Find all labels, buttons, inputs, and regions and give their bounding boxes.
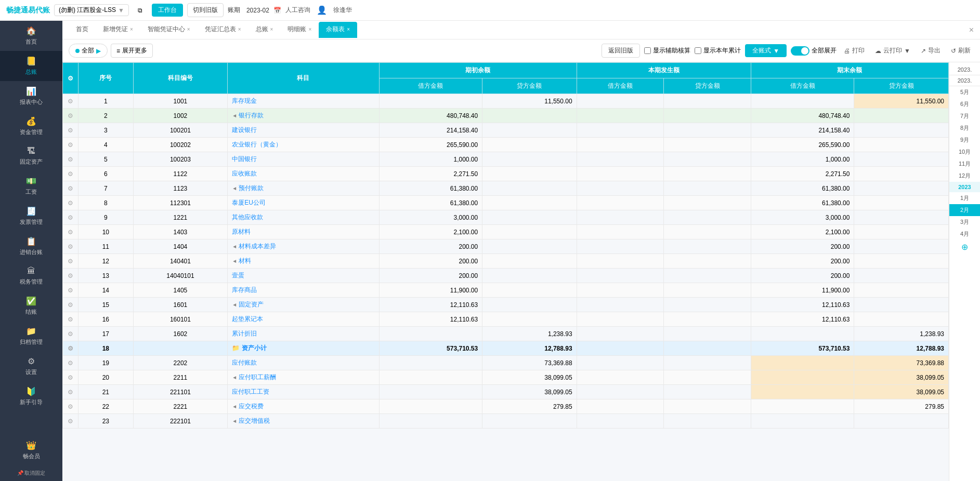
tab-general-ledger-close[interactable]: × <box>270 26 273 32</box>
export-button[interactable]: ↗ 导出 <box>918 44 944 57</box>
copy-icon[interactable]: ⧉ <box>133 3 148 18</box>
account-name-link[interactable]: 原材料 <box>232 228 251 235</box>
account-name-link[interactable]: 起垫累记本 <box>232 315 263 323</box>
cell-settings[interactable]: ⚙ <box>63 312 79 327</box>
all-filter-button[interactable]: 全部 ▶ <box>69 44 108 58</box>
account-name-link[interactable]: 应交增值税 <box>239 417 270 424</box>
cell-name[interactable]: 农业银行（黄金） <box>228 138 379 152</box>
consult-link[interactable]: 人工咨询 <box>285 6 310 15</box>
cell-name[interactable]: ◄ 应交税费 <box>228 399 379 414</box>
side-month-3[interactable]: 3月 <box>949 216 980 228</box>
cloud-print-button[interactable]: ☁ 云打印 ▼ <box>872 44 913 57</box>
tab-home[interactable]: 首页 <box>69 22 96 38</box>
cell-name[interactable]: 壹蛋 <box>228 269 379 283</box>
cell-name[interactable]: ◄ 银行存款 <box>228 109 379 123</box>
sidebar-item-salary[interactable]: 💵 工资 <box>0 171 62 201</box>
cell-settings[interactable]: ⚙ <box>63 283 79 298</box>
side-month-2[interactable]: 2月 <box>949 204 980 216</box>
side-month-9[interactable]: 9月 <box>949 134 980 146</box>
cell-settings[interactable]: ⚙ <box>63 269 79 283</box>
side-month-7[interactable]: 7月 <box>949 110 980 122</box>
account-name-link[interactable]: 库存商品 <box>232 286 257 293</box>
account-name-link[interactable]: 中国银行 <box>232 155 257 163</box>
account-name-link[interactable]: 银行存款 <box>239 112 264 119</box>
cell-settings[interactable]: ⚙ <box>63 370 79 385</box>
cell-name[interactable]: ◄ 应付职工薪酬 <box>228 370 379 385</box>
side-expand-icon[interactable]: ⊕ <box>949 240 980 254</box>
tab-detail-ledger-close[interactable]: × <box>308 26 311 32</box>
side-month-6[interactable]: 6月 <box>949 98 980 110</box>
cell-settings[interactable]: ⚙ <box>63 138 79 152</box>
calendar-icon[interactable]: 📅 <box>273 7 281 14</box>
cell-settings[interactable]: ⚙ <box>63 254 79 269</box>
sidebar-item-member[interactable]: 👑 畅会员 <box>0 435 62 465</box>
cell-name[interactable]: 起垫累记本 <box>228 312 379 327</box>
tab-new-voucher[interactable]: 新增凭证 × <box>96 22 140 38</box>
print-button[interactable]: 🖨 打印 <box>841 44 868 57</box>
cell-settings[interactable]: ⚙ <box>63 298 79 312</box>
tab-voucher-summary[interactable]: 凭证汇总表 × <box>198 22 249 38</box>
tab-general-ledger[interactable]: 总账 × <box>249 22 281 38</box>
cell-name[interactable]: 其他应收款 <box>228 210 379 225</box>
side-month-8[interactable]: 8月 <box>949 122 980 134</box>
cell-settings[interactable]: ⚙ <box>63 327 79 341</box>
tab-balance-sheet-close[interactable]: × <box>347 26 350 32</box>
aux-accounting-checkbox[interactable] <box>644 47 651 54</box>
cell-name[interactable]: ◄ 预付账款 <box>228 181 379 196</box>
cell-settings[interactable]: ⚙ <box>63 123 79 138</box>
pin-button[interactable]: 📌 取消固定 <box>0 465 62 481</box>
expand-button[interactable]: ≡ 展开更多 <box>111 44 153 58</box>
cell-name[interactable]: 应收账款 <box>228 167 379 181</box>
side-month-1[interactable]: 1月 <box>949 192 980 204</box>
account-name-link[interactable]: 应付账款 <box>232 359 257 366</box>
cell-settings[interactable]: ⚙ <box>63 225 79 239</box>
cell-settings[interactable]: ⚙ <box>63 399 79 414</box>
account-name-link[interactable]: 壹蛋 <box>232 272 244 279</box>
tab-smart-voucher[interactable]: 智能凭证中心 × <box>140 22 198 38</box>
account-name-link[interactable]: 预付账款 <box>239 184 264 192</box>
cell-name[interactable]: 应付账款 <box>228 356 379 370</box>
checkbox-aux-accounting[interactable]: 显示辅助核算 <box>644 46 690 55</box>
tab-voucher-summary-close[interactable]: × <box>238 26 241 32</box>
cell-settings[interactable]: ⚙ <box>63 109 79 123</box>
cell-name[interactable]: ◄ 应交增值税 <box>228 414 379 429</box>
toggle-switch[interactable] <box>791 46 809 56</box>
return-old-button[interactable]: 返回旧版 <box>602 44 640 58</box>
account-name-link[interactable]: 应交税费 <box>239 403 264 410</box>
cell-name[interactable]: 库存商品 <box>228 283 379 298</box>
sidebar-item-ledger[interactable]: 📒 总账 <box>0 51 62 81</box>
account-name-link[interactable]: 应付职工工资 <box>232 388 269 395</box>
tab-detail-ledger[interactable]: 明细账 × <box>280 22 319 38</box>
company-select[interactable]: (勿删) 江西股金-LSS ▼ <box>54 4 129 16</box>
account-name-link[interactable]: 累计折旧 <box>232 330 257 337</box>
cell-settings[interactable]: ⚙ <box>63 94 79 109</box>
side-month-4[interactable]: 4月 <box>949 228 980 240</box>
account-name-link[interactable]: 农业银行（黄金） <box>232 141 282 148</box>
cell-name[interactable]: 泰厦EU公司 <box>228 196 379 210</box>
side-month-10[interactable]: 10月 <box>949 146 980 158</box>
account-name-link[interactable]: 建设银行 <box>232 126 257 133</box>
side-month-5[interactable]: 5月 <box>949 86 980 98</box>
sidebar-item-close[interactable]: ✅ 结账 <box>0 291 62 321</box>
account-name-link[interactable]: 资产小计 <box>242 344 267 352</box>
switch-old-button[interactable]: 切到旧版 <box>187 3 224 17</box>
cell-name[interactable]: 库存现金 <box>228 94 379 109</box>
sidebar-item-funds[interactable]: 💰 资金管理 <box>0 111 62 141</box>
account-name-link[interactable]: 应付职工薪酬 <box>239 373 276 381</box>
sidebar-item-stock[interactable]: 📋 进销台账 <box>0 231 62 261</box>
cell-name[interactable]: 累计折旧 <box>228 327 379 341</box>
side-month-11[interactable]: 11月 <box>949 158 980 170</box>
tab-balance-sheet[interactable]: 余额表 × <box>319 22 357 38</box>
workbench-button[interactable]: 工作台 <box>152 4 183 17</box>
close-all-icon[interactable]: × <box>969 25 974 35</box>
account-name-link[interactable]: 固定资产 <box>239 301 264 308</box>
cell-name[interactable]: 应付职工工资 <box>228 385 379 399</box>
cell-settings[interactable]: ⚙ <box>63 385 79 399</box>
cell-name[interactable]: 原材料 <box>228 225 379 239</box>
tab-new-voucher-close[interactable]: × <box>130 26 133 32</box>
refresh-button[interactable]: ↺ 刷新 <box>948 44 974 57</box>
cell-name[interactable]: ◄ 固定资产 <box>228 298 379 312</box>
sidebar-item-assets[interactable]: 🏗 固定资产 <box>0 141 62 171</box>
account-name-link[interactable]: 材料成本差异 <box>239 243 276 250</box>
account-name-link[interactable]: 其他应收款 <box>232 213 263 221</box>
